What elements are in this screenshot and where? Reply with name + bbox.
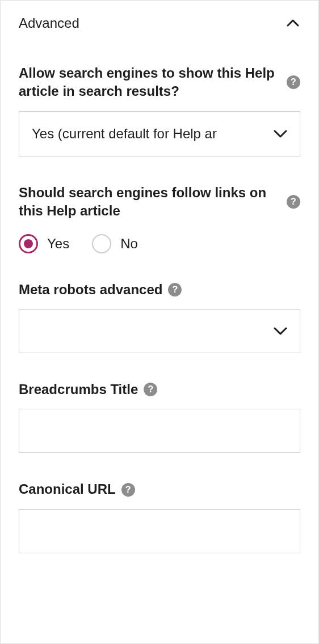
allow-search-selected: Yes (current default for Help ar — [32, 126, 217, 142]
follow-links-radios: Yes No — [19, 234, 300, 253]
meta-robots-group: Meta robots advanced ? — [19, 281, 300, 353]
breadcrumbs-input[interactable] — [19, 409, 300, 453]
radio-dot — [24, 239, 33, 248]
radio-no-label: No — [120, 236, 138, 252]
panel-title: Advanced — [19, 15, 79, 31]
chevron-down-icon — [274, 327, 287, 335]
breadcrumbs-label-row: Breadcrumbs Title ? — [19, 380, 300, 399]
panel-body: Allow search engines to show this Help a… — [1, 41, 318, 576]
allow-search-select[interactable]: Yes (current default for Help ar — [19, 111, 300, 156]
chevron-up-icon[interactable] — [286, 16, 300, 31]
help-icon[interactable]: ? — [168, 283, 182, 296]
follow-links-group: Should search engines follow links on th… — [19, 184, 300, 253]
breadcrumbs-group: Breadcrumbs Title ? — [19, 380, 300, 453]
allow-search-group: Allow search engines to show this Help a… — [19, 64, 300, 156]
radio-yes[interactable]: Yes — [19, 234, 69, 253]
breadcrumbs-label: Breadcrumbs Title — [19, 380, 138, 399]
canonical-label-row: Canonical URL ? — [19, 480, 300, 498]
meta-robots-label: Meta robots advanced — [19, 281, 162, 299]
help-icon[interactable]: ? — [287, 75, 300, 89]
panel-header[interactable]: Advanced — [1, 1, 318, 41]
radio-circle-selected — [19, 234, 38, 253]
allow-search-label: Allow search engines to show this Help a… — [19, 64, 280, 101]
meta-robots-label-row: Meta robots advanced ? — [19, 281, 300, 299]
chevron-down-icon — [274, 130, 287, 138]
help-icon[interactable]: ? — [287, 195, 300, 209]
radio-circle — [92, 234, 111, 253]
help-icon[interactable]: ? — [121, 483, 135, 497]
advanced-panel: Advanced Allow search engines to show th… — [1, 1, 318, 576]
radio-no[interactable]: No — [92, 234, 138, 253]
radio-yes-label: Yes — [47, 236, 69, 252]
allow-search-label-row: Allow search engines to show this Help a… — [19, 64, 300, 101]
canonical-label: Canonical URL — [19, 480, 116, 498]
canonical-group: Canonical URL ? — [19, 480, 300, 553]
canonical-input[interactable] — [19, 509, 300, 553]
help-icon[interactable]: ? — [144, 383, 157, 396]
meta-robots-select[interactable] — [19, 309, 300, 353]
follow-links-label: Should search engines follow links on th… — [19, 184, 280, 221]
follow-links-label-row: Should search engines follow links on th… — [19, 184, 300, 221]
